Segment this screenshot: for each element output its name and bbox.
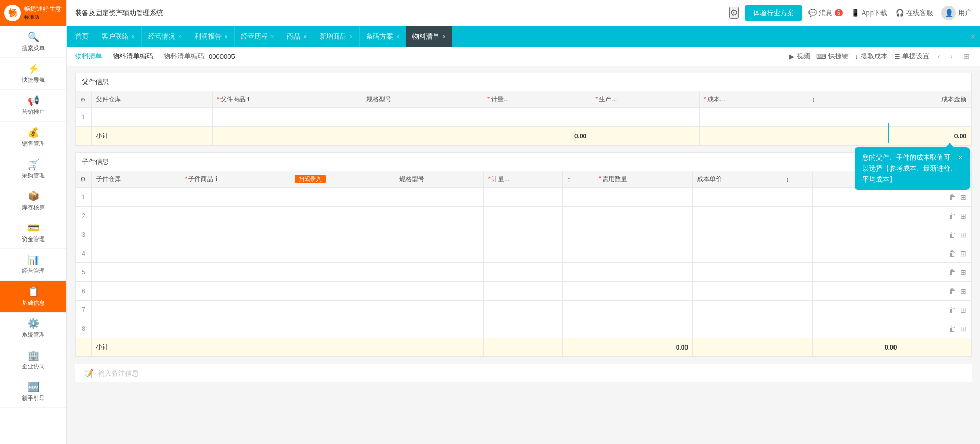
cell-child-amount[interactable] (813, 188, 901, 207)
user-btn[interactable]: 👤 用户 (941, 6, 972, 20)
next-btn[interactable]: › (948, 51, 955, 62)
tab-close-icon[interactable]: × (271, 34, 274, 40)
cell-unit-cost[interactable] (693, 319, 781, 338)
cell-unit-cost[interactable] (693, 263, 781, 282)
sidebar-item-operation[interactable]: 📊 经营管理 (0, 249, 66, 281)
cell-child-goods[interactable] (180, 225, 290, 244)
cell-child-warehouse[interactable] (92, 301, 180, 319)
tooltip-close-btn[interactable]: × (958, 152, 962, 163)
cell-scan[interactable] (290, 225, 395, 244)
delete-btn[interactable]: 🗑 (949, 193, 956, 201)
sidebar-item-quicknav[interactable]: ⚡ 快捷导航 (0, 58, 66, 90)
tab-close-icon[interactable]: × (303, 34, 307, 40)
copy-btn[interactable]: ⊞ (960, 193, 966, 201)
cell-unit-cost[interactable] (693, 207, 781, 225)
cell-cost[interactable] (699, 108, 807, 127)
sidebar-item-enterprise[interactable]: 🏢 企业协同 (0, 344, 66, 376)
cell-child-goods[interactable] (180, 207, 290, 225)
cell-child-goods[interactable] (180, 301, 290, 319)
cell-goods[interactable] (213, 108, 362, 127)
cell-child-spec[interactable] (395, 319, 484, 338)
sidebar-item-guide[interactable]: 🆕 新手引导 (0, 376, 66, 408)
breadcrumb-bom[interactable]: 物料清单 (75, 52, 102, 61)
tab-close-icon[interactable]: × (225, 34, 228, 40)
cell-child-spec[interactable] (395, 282, 484, 301)
cell-child-amount[interactable] (813, 301, 901, 319)
tab-close-icon[interactable]: × (178, 34, 181, 40)
settings-icon[interactable]: ⚙ (729, 7, 739, 19)
cell-qty[interactable] (483, 108, 591, 127)
cell-needed[interactable] (594, 301, 693, 319)
delete-btn[interactable]: 🗑 (949, 249, 956, 258)
copy-btn[interactable]: ⊞ (960, 249, 966, 258)
experience-btn[interactable]: 体验行业方案 (745, 5, 802, 21)
cell-child-goods[interactable] (180, 244, 290, 263)
cell-child-qty[interactable] (484, 282, 563, 301)
cell-child-warehouse[interactable] (92, 282, 180, 301)
cell-child-qty[interactable] (484, 301, 563, 319)
th-settings[interactable]: ⚙ (76, 91, 92, 108)
tab-close-icon[interactable]: × (132, 34, 135, 40)
cell-child-qty[interactable] (484, 225, 563, 244)
cell-child-warehouse[interactable] (92, 188, 180, 207)
cell-child-warehouse[interactable] (92, 207, 180, 225)
cell-child-warehouse[interactable] (92, 263, 180, 282)
cell-child-goods[interactable] (180, 282, 290, 301)
cell-needed[interactable] (594, 207, 693, 225)
cell-child-spec[interactable] (395, 188, 484, 207)
copy-btn[interactable]: ⊞ (960, 325, 966, 333)
cell-warehouse[interactable] (92, 108, 213, 127)
tab-home[interactable]: 首页 (69, 26, 95, 47)
cell-unit-cost[interactable] (693, 282, 781, 301)
extract-cost-action[interactable]: ↓ 提取成本 (855, 52, 888, 61)
tab-operation[interactable]: 经营情况 × (142, 26, 188, 47)
delete-btn[interactable]: 🗑 (949, 231, 956, 239)
cell-scan[interactable] (290, 244, 395, 263)
cell-child-spec[interactable] (395, 225, 484, 244)
cell-child-warehouse[interactable] (92, 225, 180, 244)
copy-btn[interactable]: ⊞ (960, 306, 966, 314)
sidebar-item-system[interactable]: ⚙️ 系统管理 (0, 313, 66, 344)
sidebar-item-sales[interactable]: 💰 销售管理 (0, 122, 66, 153)
cell-child-warehouse[interactable] (92, 319, 180, 338)
tab-close-icon[interactable]: × (396, 34, 399, 40)
single-settings-action[interactable]: ☰ 单据设置 (894, 52, 929, 61)
cell-amount[interactable] (850, 108, 971, 127)
cell-child-amount[interactable] (813, 282, 901, 301)
cell-unit-cost[interactable] (693, 188, 781, 207)
tab-close-icon[interactable]: × (350, 34, 353, 40)
cell-needed[interactable] (594, 225, 693, 244)
delete-btn[interactable]: 🗑 (949, 325, 956, 333)
tab-barcode[interactable]: 条码方案 × (360, 26, 406, 47)
sidebar-item-purchase[interactable]: 🛒 采购管理 (0, 153, 66, 185)
cell-child-warehouse[interactable] (92, 244, 180, 263)
cell-scan[interactable] (290, 282, 395, 301)
sidebar-item-marketing[interactable]: 📢 营销推广 (0, 90, 66, 122)
cell-spec[interactable] (362, 108, 483, 127)
tab-customer[interactable]: 客户联络 × (95, 26, 142, 47)
delete-btn[interactable]: 🗑 (949, 287, 956, 295)
cell-scan[interactable] (290, 263, 395, 282)
sidebar-item-finance[interactable]: 💳 资金管理 (0, 217, 66, 249)
cell-scan[interactable] (290, 319, 395, 338)
cell-scan[interactable] (290, 301, 395, 319)
th-settings[interactable]: ⚙ (76, 171, 92, 188)
cell-scan[interactable] (290, 207, 395, 225)
shortcut-action[interactable]: ⌨ 快捷键 (816, 52, 849, 61)
cell-child-amount[interactable] (813, 244, 901, 263)
cell-child-goods[interactable] (180, 319, 290, 338)
cell-child-goods[interactable] (180, 263, 290, 282)
cell-child-qty[interactable] (484, 188, 563, 207)
close-all-btn[interactable]: ✕ (967, 31, 978, 42)
cell-child-goods[interactable] (180, 188, 290, 207)
cell-unit-cost[interactable] (693, 301, 781, 319)
tab-bom[interactable]: 物料清单 × (406, 26, 452, 47)
cell-child-amount[interactable] (813, 319, 901, 338)
cell-child-amount[interactable] (813, 263, 901, 282)
cell-child-amount[interactable] (813, 207, 901, 225)
view-action[interactable]: ▶ 视频 (789, 52, 810, 61)
cell-produce[interactable] (591, 108, 699, 127)
message-btn[interactable]: 💬 消息 6 (808, 8, 843, 18)
cell-unit-cost[interactable] (693, 225, 781, 244)
cell-needed[interactable] (594, 244, 693, 263)
